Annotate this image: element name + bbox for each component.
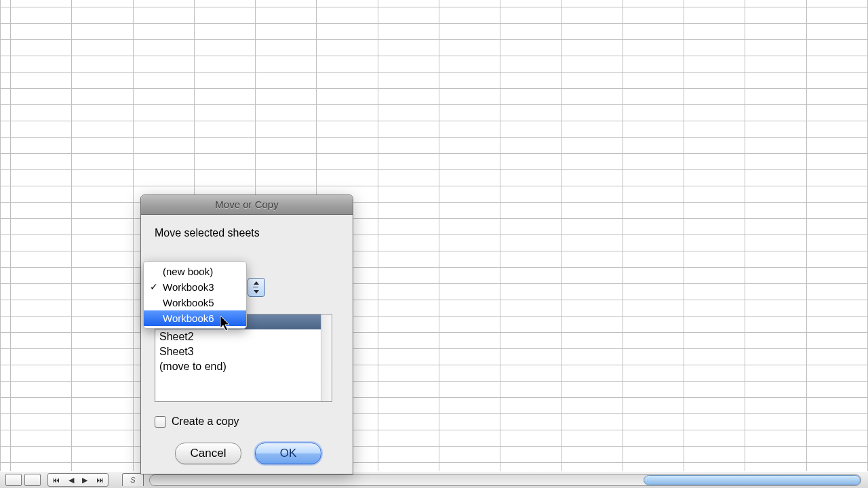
move-or-copy-dialog: Move or Copy Move selected sheets x Shee… [140,195,353,474]
view-normal-button[interactable] [5,474,22,486]
horizontal-scrollbar[interactable] [149,474,861,486]
list-scrollbar[interactable] [321,314,332,401]
list-item[interactable]: Sheet2 [155,329,332,344]
nav-next-icon[interactable]: ▶ [82,476,87,485]
nav-prev-icon[interactable]: ◀ [68,476,74,485]
sheet-nav-buttons[interactable]: ⏮ ◀ ▶ ⏭ [47,473,108,487]
bottom-bar: ⏮ ◀ ▶ ⏭ S [0,472,868,488]
section-label: Move selected sheets [155,227,342,239]
nav-last-icon[interactable]: ⏭ [96,476,104,484]
horizontal-scroll-thumb[interactable] [644,475,861,485]
spreadsheet-grid[interactable] [0,0,868,471]
menu-item-new-book[interactable]: (new book) [144,264,246,279]
list-item[interactable]: (move to end) [155,359,332,374]
list-item[interactable]: Sheet3 [155,344,332,359]
view-layout-button[interactable] [24,474,41,486]
to-book-popup-menu[interactable]: (new book) Workbook3 Workbook5 Workbook6 [143,261,247,329]
cancel-button[interactable]: Cancel [175,443,241,464]
sheet-tab[interactable]: S [122,473,144,486]
nav-first-icon[interactable]: ⏮ [52,476,60,484]
to-book-dropdown-button[interactable] [248,278,265,297]
view-switchers [5,474,41,486]
updown-arrows-icon [253,281,260,294]
grid-table [0,0,868,471]
menu-item-workbook5[interactable]: Workbook5 [144,295,246,310]
ok-button[interactable]: OK [255,443,321,464]
create-copy-label: Create a copy [172,415,239,428]
menu-item-workbook6[interactable]: Workbook6 [144,310,246,326]
menu-item-workbook3[interactable]: Workbook3 [144,279,246,295]
dialog-title: Move or Copy [141,195,353,215]
create-copy-checkbox[interactable] [155,416,166,428]
